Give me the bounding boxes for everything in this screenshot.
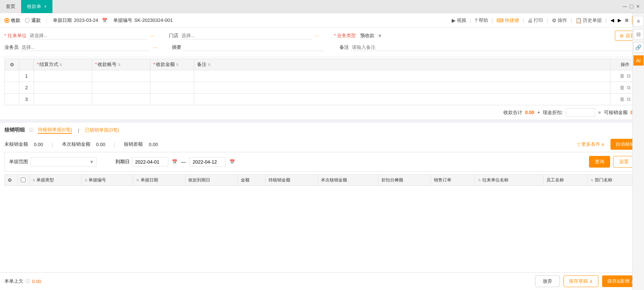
due-date-to[interactable] [189,157,226,166]
sidebar-ai-icon[interactable]: Ai [633,55,644,66]
reconcile-stats: 未核销金额 0.00 | 本次核销金额 0.00 | 核销差额 0.00 ▽ 更… [4,137,640,152]
salesperson-more-btn[interactable]: ··· [153,44,157,50]
sidebar-link-icon[interactable]: 🔗 [633,42,644,52]
col-current-header: 本次核销金额 [318,175,378,186]
row3-copy-icon[interactable]: ⧉ [627,96,631,102]
tab-home[interactable]: 首页 [0,0,21,13]
history-btn[interactable]: 📋 历史单据 [576,17,602,24]
radio-receipt-dot [4,18,9,23]
print-btn[interactable]: 🖨 打印 [527,17,543,24]
col-account-header: *收款账号 ⇅ [92,59,150,70]
prev-icon[interactable]: ◀ [610,17,614,23]
radio-refund[interactable]: 退款 [25,17,41,24]
current-label: 本次核销金额 [62,141,90,148]
equals-sign: = [598,110,601,115]
tab-close-icon[interactable]: × [44,4,47,9]
salesperson-input[interactable] [20,44,150,51]
row2-remark[interactable] [194,82,610,94]
list-icon[interactable]: ≡ [625,17,628,24]
row1-settlement[interactable] [34,70,92,82]
range-select[interactable] [31,158,96,166]
counterpart-input[interactable] [28,32,147,39]
help-btn[interactable]: ? 帮助 [475,17,488,24]
main-content: 收款 退款 单据日期 2023-03-24 📅 单据编号 SK-20230324… [0,13,644,290]
row2-settlement[interactable] [34,82,92,94]
video-btn[interactable]: ▶ 视频 [452,17,466,24]
toolbar-actions: ▶ 视频 | ? 帮助 | ⌨ 快捷键 | 🖨 打印 | ⚙ 操作 [452,16,640,24]
save-draft-btn[interactable]: 保存草稿 ∧ [564,275,598,287]
col-settings-header[interactable]: ⚙ [5,59,19,70]
select-all-checkbox[interactable] [21,177,25,182]
row1-delete-icon[interactable]: 🗑 [620,73,625,79]
row1-amount[interactable] [150,70,194,82]
bottom-info-icon[interactable]: ⓘ [25,278,30,285]
minimize-icon[interactable]: ─ [623,3,627,10]
radio-refund-dot [25,18,30,23]
col-remark-header: 备注 ⇅ [194,59,610,70]
row1-copy-icon[interactable]: ⧉ [627,73,631,79]
video-icon: ▶ [452,17,456,23]
toolbar: 收款 退款 单据日期 2023-03-24 📅 单据编号 SK-20230324… [0,13,644,28]
calendar-from-icon[interactable]: 📅 [172,159,177,164]
shortcut-btn[interactable]: ⌨ 快捷键 [496,17,519,24]
calendar-icon[interactable]: 📅 [102,18,107,23]
abandon-btn[interactable]: 放弃 [535,275,560,287]
row3-amount[interactable] [150,94,194,105]
row2-copy-icon[interactable]: ⧉ [627,85,631,91]
sidebar-table-icon[interactable]: ≡ [633,16,644,26]
operations-btn[interactable]: ⚙ 操作 [552,17,567,24]
col-discount-header: 折扣分摊额 [378,175,431,186]
calendar-to-icon[interactable]: 📅 [229,159,235,164]
biz-type-dropdown-icon[interactable]: ▼ [377,33,382,39]
radio-receipt-label: 收款 [11,17,20,24]
sidebar-list-icon[interactable]: ⊟ [633,29,644,39]
remark-input[interactable] [350,44,640,51]
col-sales-order-header: 销售订单 [431,175,475,186]
row3-delete-icon[interactable]: 🗑 [620,96,625,102]
row1-remark[interactable] [194,70,610,82]
query-btn[interactable]: 查询 [589,156,610,168]
unreconciled-label: 未核销金额 [4,141,28,148]
maximize-icon[interactable]: □ [630,3,633,10]
more-filters-btn[interactable]: ▽ 更多条件 ∧ [577,141,605,148]
pending-tab[interactable]: 待核销单据(0笔) [38,126,72,134]
store-more-btn[interactable]: ··· [315,33,319,39]
tab-receipt[interactable]: 收款单 × [21,0,52,13]
col-no-header [19,59,34,70]
help-label: 帮助 [479,17,488,24]
counterpart-more-btn[interactable]: ··· [150,33,154,39]
section-divider [0,120,644,123]
video-label: 视频 [457,17,466,24]
bottom-order-value: 0.00 [32,279,41,284]
done-tab[interactable]: 已核销单据(0笔) [85,127,119,133]
store-label: 门店 [169,32,178,39]
row3-account[interactable] [92,94,150,105]
discount-input[interactable] [566,108,595,117]
row1-settings [5,70,19,82]
total-value: 0.00 [525,110,534,115]
form-row-2: 业务员 ··· 摘要 备注 [4,44,640,51]
window-controls: ─ □ × [623,3,644,10]
row2-delete-icon[interactable]: 🗑 [620,85,625,91]
radio-receipt[interactable]: 收款 [4,17,20,24]
filter-row: 单据范围 ▼ 到期日 📅 — 📅 查询 设置 [4,152,640,172]
row2-amount[interactable] [150,82,194,94]
summary-input[interactable] [183,44,325,51]
col-gear-header[interactable]: ⚙ [5,175,18,186]
next-icon[interactable]: ▶ [618,17,621,23]
store-input[interactable] [180,32,312,39]
row1-account[interactable] [92,70,150,82]
range-label: 单据范围 [9,158,28,165]
row3-remark[interactable] [194,94,610,105]
close-icon[interactable]: × [636,3,640,10]
row2-account[interactable] [92,82,150,94]
due-date-from[interactable] [132,157,168,166]
col-pending-header: 待核销金额 [266,175,318,186]
row3-settlement[interactable] [34,94,92,105]
reconcile-label: 可核销金额 [604,109,628,116]
row2-settings [5,82,19,94]
summary-field: 摘要 [172,44,325,51]
col-checkbox-header[interactable] [18,175,30,186]
reconcile-info-icon[interactable]: ⓘ [29,127,34,133]
filter-settings-btn[interactable]: 设置 [613,156,635,168]
